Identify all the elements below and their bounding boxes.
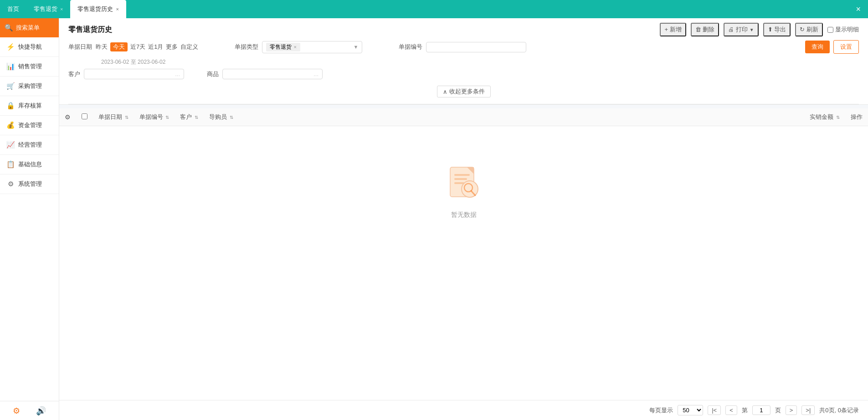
delete-button[interactable]: 🗑 删除 <box>691 23 719 36</box>
doc-type-tag: 零售退货 × <box>266 43 300 51</box>
svg-rect-2 <box>454 178 467 180</box>
sidebar-item-quick-nav[interactable]: ⚡ 快捷导航 <box>0 37 59 57</box>
doc-no-input[interactable] <box>426 42 526 52</box>
svg-rect-3 <box>454 182 464 184</box>
print-button[interactable]: 🖨 打印 ▼ <box>724 23 759 36</box>
sidebar-item-system-mgmt-label: 系统管理 <box>18 180 42 188</box>
settings-bottom-icon[interactable]: ⚙ <box>13 406 20 416</box>
sidebar-search[interactable]: 🔍 搜索菜单 <box>0 18 59 37</box>
sidebar-item-finance[interactable]: 💰 资金管理 <box>0 116 59 135</box>
col-doc-no-sort[interactable]: ⇅ <box>165 115 169 120</box>
show-detail-checkbox[interactable] <box>827 27 833 33</box>
doc-type-dropdown-icon[interactable]: ▼ <box>354 44 359 50</box>
sidebar-item-base-info[interactable]: 📋 基础信息 <box>0 155 59 174</box>
page-input[interactable] <box>752 405 770 415</box>
col-customer-sort[interactable]: ⇅ <box>195 115 198 120</box>
col-guide-sort[interactable]: ⇅ <box>230 115 233 120</box>
goods-input[interactable]: ... <box>222 69 323 79</box>
total-label: 共0页, 0条记录 <box>819 406 859 415</box>
toolbar-actions: + 新增 🗑 删除 🖨 打印 ▼ ⬆ 导出 ↻ 刷新 显示明细 <box>660 23 859 36</box>
main-layout: 🔍 搜索菜单 ⚡ 快捷导航 📊 销售管理 🛒 采购管理 🔒 库存核算 💰 <box>0 18 868 420</box>
doc-type-tag-close[interactable]: × <box>293 44 296 50</box>
page-title-row: 零售退货历史 + 新增 🗑 删除 🖨 打印 ▼ ⬆ 导出 ↻ 刷新 显示明细 <box>68 23 859 40</box>
table-area: ⚙ 单据日期 ⇅ 单据编号 ⇅ <box>59 108 868 400</box>
doc-type-tag-value: 零售退货 <box>270 43 292 51</box>
empty-text: 暂无数据 <box>451 211 477 219</box>
table-body: 暂无数据 <box>59 126 868 256</box>
col-amount[interactable]: 实销金额 ⇅ <box>804 108 845 126</box>
first-page-button[interactable]: |< <box>708 405 721 415</box>
page-label: 第 <box>742 406 748 415</box>
sidebar-item-inventory-label: 库存核算 <box>18 102 42 110</box>
filter-customer: 客户 ... <box>68 69 184 79</box>
customer-input[interactable]: ... <box>84 69 184 79</box>
sidebar-item-sales-mgmt[interactable]: 📊 销售管理 <box>0 57 59 77</box>
col-guide[interactable]: 导购员 ⇅ <box>204 108 239 126</box>
date-last1m[interactable]: 近1月 <box>148 43 163 51</box>
tab-retail-return-history-close[interactable]: × <box>116 6 118 12</box>
date-last7[interactable]: 近7天 <box>130 43 145 51</box>
audio-icon[interactable]: 🔊 <box>36 406 46 416</box>
select-all-checkbox[interactable] <box>82 113 87 119</box>
empty-icon <box>443 163 484 204</box>
col-doc-date-sort[interactable]: ⇅ <box>125 115 128 120</box>
refresh-button[interactable]: ↻ 刷新 <box>795 23 823 36</box>
table-header-row: ⚙ 单据日期 ⇅ 单据编号 ⇅ <box>59 108 868 126</box>
tab-retail-return-close[interactable]: × <box>60 6 63 12</box>
page-header: 零售退货历史 + 新增 🗑 删除 🖨 打印 ▼ ⬆ 导出 ↻ 刷新 显示明细 <box>59 18 868 105</box>
sidebar-bottom: ⚙ 🔊 <box>0 401 59 420</box>
query-button[interactable]: 查询 <box>805 41 830 53</box>
filter-area: 单据日期 昨天 今天 近7天 近1月 更多 自定义 单据类型 <box>68 40 859 104</box>
col-spacer <box>239 108 805 126</box>
sidebar-item-sales-mgmt-label: 销售管理 <box>18 62 42 71</box>
prev-page-button[interactable]: < <box>725 405 737 415</box>
filter-date: 单据日期 昨天 今天 近7天 近1月 更多 自定义 <box>68 42 198 51</box>
sales-icon: 📊 <box>6 62 15 71</box>
export-button[interactable]: ⬆ 导出 <box>763 23 791 36</box>
sidebar-item-purchase-mgmt[interactable]: 🛒 采购管理 <box>0 77 59 96</box>
collapse-button[interactable]: ∧ 收起更多条件 <box>437 86 491 97</box>
next-page-button[interactable]: > <box>786 405 797 415</box>
tab-retail-return-history[interactable]: 零售退货历史 × <box>70 0 126 18</box>
date-more[interactable]: 更多 <box>166 43 178 51</box>
page-title: 零售退货历史 <box>68 25 112 35</box>
table-settings-icon[interactable]: ⚙ <box>65 113 71 121</box>
col-doc-date-label: 单据日期 <box>98 113 122 120</box>
sidebar-item-system-mgmt[interactable]: ⚙ 系统管理 <box>0 174 59 194</box>
top-bar: 首页 零售退货 × 零售退货历史 × × <box>0 0 868 18</box>
col-doc-date[interactable]: 单据日期 ⇅ <box>93 108 134 126</box>
date-today[interactable]: 今天 <box>110 42 128 51</box>
sidebar-item-operations[interactable]: 📈 经营管理 <box>0 135 59 155</box>
tab-retail-return[interactable]: 零售退货 × <box>26 0 70 18</box>
date-range-text: 2023-06-02 至 2023-06-02 <box>101 59 165 65</box>
last-page-button[interactable]: >| <box>801 405 815 415</box>
new-button[interactable]: + 新增 <box>660 23 686 36</box>
show-detail-checkbox-label[interactable]: 显示明细 <box>827 26 859 34</box>
tab-list: 首页 零售退货 × 零售退货历史 × <box>0 0 848 18</box>
doc-type-input[interactable]: 零售退货 × ▼ <box>262 41 362 53</box>
window-close-button[interactable]: × <box>848 5 868 14</box>
per-page-select[interactable]: 20 50 100 <box>678 405 703 415</box>
operations-icon: 📈 <box>6 141 15 149</box>
sidebar-item-finance-label: 资金管理 <box>18 121 42 129</box>
date-custom[interactable]: 自定义 <box>180 43 198 51</box>
tab-home[interactable]: 首页 <box>0 0 26 18</box>
date-yesterday[interactable]: 昨天 <box>96 43 108 51</box>
sidebar-item-inventory[interactable]: 🔒 库存核算 <box>0 96 59 116</box>
col-amount-sort[interactable]: ⇅ <box>836 115 840 120</box>
col-settings[interactable]: ⚙ <box>59 108 76 126</box>
col-checkbox[interactable] <box>76 108 93 126</box>
col-doc-no[interactable]: 单据编号 ⇅ <box>134 108 175 126</box>
filter-doc-type: 单据类型 零售退货 × ▼ <box>235 41 362 53</box>
col-customer[interactable]: 客户 ⇅ <box>175 108 204 126</box>
finance-icon: 💰 <box>6 121 15 129</box>
customer-label: 客户 <box>68 70 80 78</box>
doc-no-label: 单据编号 <box>399 43 422 51</box>
customer-placeholder: ... <box>175 71 180 77</box>
sidebar-search-label: 搜索菜单 <box>16 24 40 32</box>
print-dropdown-icon[interactable]: ▼ <box>750 27 754 32</box>
col-amount-label: 实销金额 <box>810 113 833 120</box>
svg-rect-1 <box>454 174 470 176</box>
settings-button[interactable]: 设置 <box>833 40 859 54</box>
empty-state: 暂无数据 <box>59 126 868 256</box>
